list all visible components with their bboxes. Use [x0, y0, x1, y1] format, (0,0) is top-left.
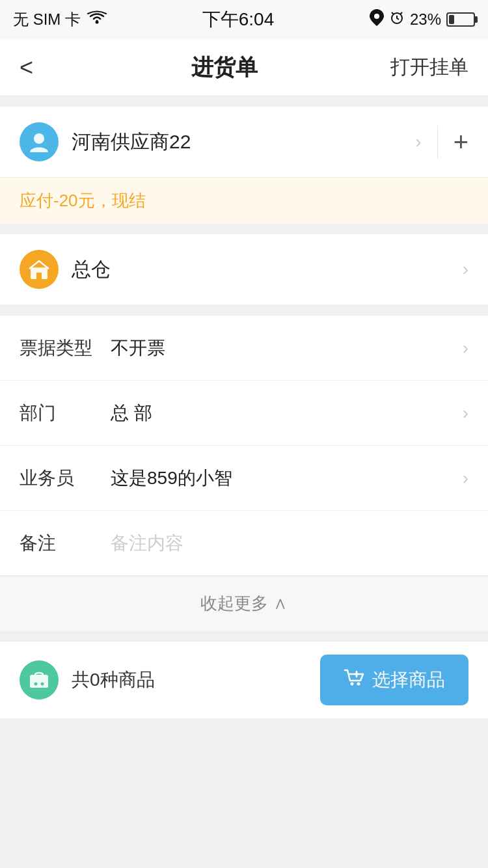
alarm-icon: [389, 10, 405, 29]
invoice-label: 票据类型: [20, 336, 104, 360]
remark-label: 备注: [20, 531, 104, 556]
mid-divider2: [0, 305, 488, 316]
invoice-value: 不开票: [104, 336, 463, 360]
collapse-bar[interactable]: 收起更多 ∧: [0, 576, 488, 631]
sales-row[interactable]: 业务员 这是859的小智 ›: [0, 446, 488, 511]
page-title: 进货单: [191, 53, 258, 83]
vertical-divider: [437, 126, 438, 158]
svg-point-3: [34, 133, 44, 144]
supplier-name: 河南供应商22: [72, 129, 415, 156]
svg-point-0: [96, 21, 99, 24]
svg-point-8: [41, 683, 44, 686]
select-product-button[interactable]: 选择商品: [320, 655, 468, 705]
status-left: 无 SIM 卡: [13, 9, 107, 30]
add-button[interactable]: +: [454, 129, 468, 155]
product-icon: [20, 660, 59, 699]
sales-chevron-icon: ›: [463, 468, 468, 489]
supplier-chevron-icon: ›: [415, 131, 421, 152]
bottom-bar: 共0种商品 选择商品: [0, 641, 488, 718]
dept-row[interactable]: 部门 总 部 ›: [0, 381, 488, 446]
svg-point-9: [351, 682, 354, 685]
status-time: 下午6:04: [202, 7, 275, 32]
warehouse-section: 总仓 ›: [0, 234, 488, 305]
warehouse-row[interactable]: 总仓 ›: [0, 234, 488, 305]
cart-icon: [344, 669, 364, 692]
status-right: 23%: [370, 9, 475, 30]
battery-icon: [446, 12, 475, 27]
warehouse-icon: [20, 250, 59, 289]
back-button[interactable]: <: [20, 54, 59, 81]
svg-point-7: [34, 683, 38, 686]
select-product-label: 选择商品: [372, 668, 445, 692]
product-count-label: 共0种商品: [72, 668, 307, 692]
svg-point-10: [357, 682, 360, 685]
warehouse-chevron-icon: ›: [463, 259, 468, 280]
supplier-section: 河南供应商22 › + 应付-20元，现结: [0, 107, 488, 224]
page-background: [0, 718, 488, 868]
form-section: 票据类型 不开票 › 部门 总 部 › 业务员 这是859的小智 › 备注 备注…: [0, 316, 488, 631]
battery-percentage: 23%: [410, 10, 441, 29]
top-divider: [0, 96, 488, 107]
svg-point-1: [374, 14, 379, 19]
mid-divider1: [0, 224, 488, 234]
invoice-chevron-icon: ›: [463, 338, 468, 359]
notice-bar: 应付-20元，现结: [0, 178, 488, 224]
location-icon: [370, 9, 384, 30]
supplier-row[interactable]: 河南供应商22 › +: [0, 107, 488, 178]
supplier-avatar: [20, 122, 59, 161]
invoice-row[interactable]: 票据类型 不开票 ›: [0, 316, 488, 381]
remark-row[interactable]: 备注 备注内容: [0, 511, 488, 576]
warehouse-name: 总仓: [72, 256, 463, 283]
sales-label: 业务员: [20, 466, 104, 491]
svg-rect-6: [30, 675, 48, 688]
bottom-divider: [0, 631, 488, 641]
remark-input[interactable]: 备注内容: [104, 531, 468, 556]
carrier-label: 无 SIM 卡: [13, 9, 81, 30]
status-bar: 无 SIM 卡 下午6:04 23: [0, 0, 488, 39]
dept-label: 部门: [20, 401, 104, 426]
svg-rect-5: [36, 273, 42, 279]
sales-value: 这是859的小智: [104, 466, 463, 491]
dept-chevron-icon: ›: [463, 403, 468, 424]
open-pending-button[interactable]: 打开挂单: [390, 54, 468, 81]
dept-value: 总 部: [104, 401, 463, 426]
wifi-icon: [87, 10, 107, 29]
nav-bar: < 进货单 打开挂单: [0, 39, 488, 96]
